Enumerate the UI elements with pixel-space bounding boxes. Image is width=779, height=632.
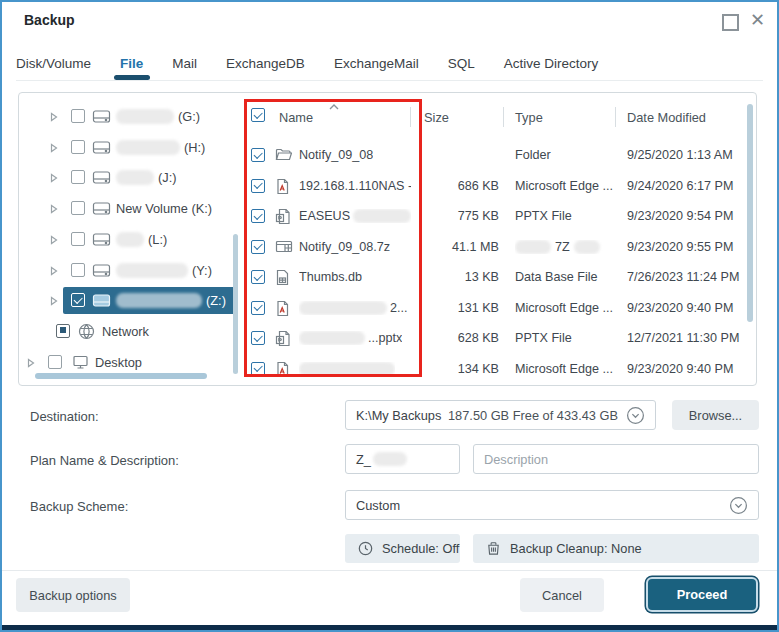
column-separator[interactable] xyxy=(503,107,504,127)
window-bottom-edge xyxy=(2,625,777,630)
plan-name-input[interactable]: Z_ xyxy=(345,444,460,474)
file-type-text: PPTX File xyxy=(515,331,572,345)
file-size: 41.1 MB xyxy=(412,240,499,254)
file-date-modified: 9/23/2020 9:55 PM xyxy=(627,240,733,254)
file-type: Data Base File xyxy=(515,270,620,284)
highlight-rectangle xyxy=(244,99,422,377)
plan-name-label: Plan Name & Description: xyxy=(30,453,179,468)
schedule-button[interactable]: Schedule: Off xyxy=(345,534,460,563)
tab-label: ExchangeMail xyxy=(334,56,419,71)
backup-scheme-select[interactable]: Custom xyxy=(345,490,759,520)
drive-icon xyxy=(92,108,111,125)
checkbox[interactable] xyxy=(71,109,85,123)
schedule-label: Schedule: Off xyxy=(382,541,459,556)
file-date-modified: 9/23/2020 9:40 PM xyxy=(627,362,733,376)
footer-separator xyxy=(2,570,777,571)
tab-exchangedb[interactable]: ExchangeDB xyxy=(226,56,305,71)
redacted-text xyxy=(116,109,174,124)
tab-label: Disk/Volume xyxy=(16,56,91,71)
browse-button[interactable]: Browse... xyxy=(672,400,759,430)
tab-separator xyxy=(16,80,763,81)
tab-sql[interactable]: SQL xyxy=(448,56,475,71)
file-type-text: PPTX File xyxy=(515,209,572,223)
tree-item-label: (G:) xyxy=(178,109,200,124)
browse-button-label: Browse... xyxy=(689,408,742,423)
tree-item-content: (G:) xyxy=(116,109,200,124)
backup-scheme-label: Backup Scheme: xyxy=(30,499,128,514)
tree-item-g[interactable]: (G:) xyxy=(18,103,238,131)
expand-arrow-icon[interactable] xyxy=(50,112,58,122)
tree-vertical-scrollbar[interactable] xyxy=(233,234,238,374)
column-header-size[interactable]: Size xyxy=(424,110,449,125)
file-size: 775 KB xyxy=(412,209,499,223)
file-type: 7Z xyxy=(515,240,620,254)
file-size: 134 KB xyxy=(412,362,499,376)
file-date-modified: 9/25/2020 1:13 AM xyxy=(627,148,733,162)
tab-label: Active Directory xyxy=(504,56,599,71)
backup-dialog-window: Backup ✕ Disk/VolumeFileMailExchangeDBEx… xyxy=(0,0,779,632)
redacted-text xyxy=(373,452,407,466)
tab-active-directory[interactable]: Active Directory xyxy=(504,56,599,71)
file-type-text: Data Base File xyxy=(515,270,598,284)
file-type-text: Microsoft Edge ... xyxy=(515,179,613,193)
tree-horizontal-scrollbar[interactable] xyxy=(35,373,207,379)
tab-label: File xyxy=(120,56,143,71)
column-separator[interactable] xyxy=(615,107,616,127)
backup-cleanup-label: Backup Cleanup: None xyxy=(510,541,642,556)
tab-label: ExchangeDB xyxy=(226,56,305,71)
proceed-button[interactable]: Proceed xyxy=(646,577,758,612)
file-type: Microsoft Edge ... xyxy=(515,179,620,193)
backup-options-label: Backup options xyxy=(29,588,117,603)
backup-scheme-value: Custom xyxy=(356,498,400,513)
trash-icon xyxy=(486,541,501,556)
file-type: PPTX File xyxy=(515,209,620,223)
chevron-down-circle-icon[interactable] xyxy=(626,406,645,425)
close-icon[interactable]: ✕ xyxy=(750,9,765,31)
file-type: Folder xyxy=(515,148,620,162)
file-date-modified: 9/24/2020 6:17 PM xyxy=(627,179,733,193)
chevron-down-circle-icon[interactable] xyxy=(729,496,748,515)
tab-bar: Disk/VolumeFileMailExchangeDBExchangeMai… xyxy=(16,50,598,76)
maximize-icon[interactable] xyxy=(722,14,739,31)
file-date-modified: 12/7/2021 11:30 PM xyxy=(627,331,740,345)
file-type: PPTX File xyxy=(515,331,620,345)
file-date-modified: 9/23/2020 9:54 PM xyxy=(627,209,733,223)
file-type-text: Microsoft Edge ... xyxy=(515,362,613,376)
tab-mail[interactable]: Mail xyxy=(172,56,197,71)
backup-cleanup-button[interactable]: Backup Cleanup: None xyxy=(473,534,759,563)
file-size: 628 KB xyxy=(412,331,499,345)
redacted-text xyxy=(574,240,600,254)
file-type: Microsoft Edge ... xyxy=(515,301,620,315)
tab-file[interactable]: File xyxy=(120,56,143,71)
column-header-date-modified[interactable]: Date Modified xyxy=(627,110,706,125)
description-input[interactable] xyxy=(473,444,759,474)
proceed-button-label: Proceed xyxy=(677,587,728,602)
tab-exchangemail[interactable]: ExchangeMail xyxy=(334,56,419,71)
file-type: Microsoft Edge ... xyxy=(515,362,620,376)
file-size: 686 KB xyxy=(412,179,499,193)
plan-name-value: Z_ xyxy=(356,452,371,467)
backup-options-button[interactable]: Backup options xyxy=(16,578,130,612)
tab-disk-volume[interactable]: Disk/Volume xyxy=(16,56,91,71)
cancel-button-label: Cancel xyxy=(542,588,582,603)
destination-free-space: 187.50 GB Free of 433.43 GB xyxy=(448,408,618,423)
destination-input[interactable]: K:\My Backups 187.50 GB Free of 433.43 G… xyxy=(345,400,656,430)
file-size: 131 KB xyxy=(412,301,499,315)
redacted-text xyxy=(515,240,551,254)
file-type-text: Microsoft Edge ... xyxy=(515,301,613,315)
tab-label: SQL xyxy=(448,56,475,71)
file-type-text: 7Z xyxy=(555,240,570,254)
tab-label: Mail xyxy=(172,56,197,71)
list-vertical-scrollbar[interactable] xyxy=(747,104,753,322)
destination-label: Destination: xyxy=(30,409,99,424)
file-date-modified: 9/23/2020 9:40 PM xyxy=(627,301,733,315)
destination-value: K:\My Backups xyxy=(356,408,441,423)
file-size: 13 KB xyxy=(412,270,499,284)
cancel-button[interactable]: Cancel xyxy=(520,578,604,612)
window-title: Backup xyxy=(24,12,75,28)
column-header-type[interactable]: Type xyxy=(515,110,543,125)
file-type-text: Folder xyxy=(515,148,551,162)
file-date-modified: 7/26/2023 11:24 PM xyxy=(627,270,740,284)
clock-icon xyxy=(358,541,373,556)
